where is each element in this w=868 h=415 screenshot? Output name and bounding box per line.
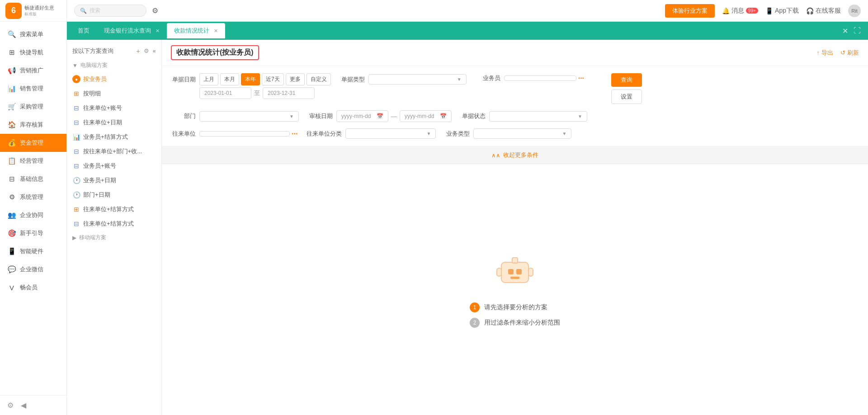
member-icon: V [7,283,16,292]
hardware-icon: 📱 [7,247,16,256]
sidebar-item-basic[interactable]: ⊟ 基础信息 [0,170,66,188]
collapse-sidebar-icon[interactable]: ◀ [21,401,26,410]
tab-collection-close[interactable]: ✕ [214,28,218,34]
period-this-year[interactable]: 本年 [241,73,260,85]
user-avatar[interactable]: Rit [848,5,861,17]
dept-label: 部门 [171,112,196,120]
table3-icon: ⊟ [72,147,80,156]
settings-button[interactable]: 设置 [611,90,642,104]
sidebar-item-quicknav[interactable]: ⊞ 快捷导航 [0,43,66,61]
date-to-input[interactable]: 2023-12-31 [263,87,315,99]
sidebar-item-member[interactable]: V 畅会员 [0,278,66,297]
tree-item-salesman-settle[interactable]: 📊 业务员+结算方式 [67,130,161,144]
sidebar-item-marketing[interactable]: 📢 营销推广 [0,61,66,80]
system-icon: ⚙ [7,193,16,202]
period-buttons: 上月 本月 本年 近7天 更多 自定义 [199,73,331,85]
biz-type-select[interactable]: ▼ [473,128,571,139]
filter-row-2: 部门 ▼ 审核日期 yyyy-mm-dd 📅 [171,110,859,122]
online-service-btn[interactable]: 🎧 在线客服 [806,7,841,15]
tree-item-dept-date[interactable]: 🕐 部门+日期 [67,188,161,202]
period-this-month[interactable]: 本月 [220,73,239,85]
chart-icon: 📊 [72,133,80,141]
sidebar-item-system[interactable]: ⚙ 系统管理 [0,188,66,206]
tree-item-by-detail[interactable]: ⊞ 按明细 [67,86,161,101]
settings-scheme-icon[interactable]: ⚙ [144,47,149,55]
sidebar-item-operations[interactable]: 📋 经营管理 [0,152,66,170]
trial-button[interactable]: 体验行业方案 [665,4,715,18]
refresh-button[interactable]: ↺ 刷新 [840,49,859,57]
empty-step-1: 1 请先选择要分析的方案 [470,302,560,312]
salesman-more-icon[interactable]: ··· [578,74,584,82]
tree-section-mobile[interactable]: ▶ 移动端方案 [67,231,161,244]
sidebar-item-inventory[interactable]: 🏠 库存核算 [0,116,66,134]
doc-type-select[interactable]: ▼ [368,74,467,85]
table5-icon: ⊟ [72,220,80,228]
sidebar-item-enterprise[interactable]: 👥 企业协同 [0,206,66,224]
tab-collection[interactable]: 收款情况统计 ✕ [167,23,225,38]
tree-item-partner-settle2[interactable]: ⊟ 往来单位+结算方式 [67,217,161,231]
period-prev-month[interactable]: 上月 [199,73,218,85]
topbar-settings-icon[interactable]: ⚙ [152,6,158,15]
collapse-panel-icon[interactable]: « [153,47,156,55]
doc-status-chevron-icon: ▼ [578,114,582,119]
query-button[interactable]: 查询 [611,73,642,87]
dept-select[interactable]: ▼ [199,111,299,122]
sidebar-item-finance[interactable]: 💰 资金管理 [0,134,66,152]
period-7days[interactable]: 近7天 [262,73,284,85]
settings-bottom-icon[interactable]: ⚙ [7,401,14,410]
tree-item-salesman-account[interactable]: ⊟ 业务员+账号 [67,159,161,173]
basic-icon: ⊟ [7,174,16,184]
topbar-search-box[interactable]: 🔍 搜索 [74,5,146,17]
audit-date-range: yyyy-mm-dd 📅 — yyyy-mm-dd 📅 [336,110,452,122]
tab-bank-close[interactable]: ✕ [156,28,160,34]
partner-more-icon[interactable]: ··· [292,130,297,138]
add-scheme-icon[interactable]: + [137,47,140,55]
salesman-select[interactable] [504,75,576,81]
tree-item-partner-dept[interactable]: ⊟ 按往来单位+部门+收... [67,144,161,159]
sidebar-item-sales[interactable]: 📊 销售管理 [0,80,66,98]
period-custom[interactable]: 自定义 [307,73,331,85]
tree-item-by-salesman[interactable]: ● 按业务员 [67,72,161,86]
empty-step-2: 2 用过滤条件来缩小分析范围 [470,318,560,328]
sidebar-item-hardware[interactable]: 📱 智能硬件 [0,242,66,260]
period-more[interactable]: 更多 [286,73,305,85]
tree-item-partner-date[interactable]: ⊟ 往来单位+日期 [67,115,161,130]
tab-home[interactable]: 首页 [71,23,97,38]
notifications-btn[interactable]: 🔔 消息 99+ [722,7,758,15]
sidebar-item-wechat[interactable]: 💬 企业微信 [0,260,66,278]
wechat-icon: 💬 [7,265,16,274]
audit-from-input[interactable]: yyyy-mm-dd 📅 [336,110,388,122]
sidebar-item-purchase[interactable]: 🛒 采购管理 [0,98,66,116]
export-button[interactable]: ↑ 导出 [817,49,834,57]
partner-input-group: ··· [199,130,297,138]
calendar-from-icon[interactable]: 📅 [377,113,383,119]
audit-to-input[interactable]: yyyy-mm-dd 📅 [400,110,452,122]
tree-item-salesman-date[interactable]: 🕐 业务员+日期 [67,173,161,188]
tree-item-partner-settle1[interactable]: ⊞ 往来单位+结算方式 [67,202,161,217]
tree-section-desktop[interactable]: ▼ 电脑端方案 [67,59,161,72]
doc-status-select[interactable]: ▼ [489,111,587,122]
filter-area: 单据日期 上月 本月 本年 近7天 更多 自定义 [162,66,868,146]
sidebar-item-guide[interactable]: 🎯 新手引导 [0,224,66,242]
partner-select[interactable] [199,131,290,137]
inventory-icon: 🏠 [7,120,16,129]
marketing-icon: 📢 [7,66,16,75]
date-from-input[interactable]: 2023-01-01 [199,87,251,99]
partner-type-select[interactable]: ▼ [345,128,436,139]
page-header: 收款情况统计(按业务员) ↑ 导出 ↺ 刷新 [162,40,868,66]
tree-item-partner-account[interactable]: ⊟ 往来单位+账号 [67,101,161,115]
app-download-btn[interactable]: 📱 App下载 [765,7,799,15]
refresh-icon: ↺ [840,49,845,56]
page-title: 收款情况统计(按业务员) [176,48,254,56]
step-2-num: 2 [470,318,480,328]
sidebar-item-search[interactable]: 🔍 搜索菜单 [0,25,66,43]
calendar-to-icon[interactable]: 📅 [440,113,447,119]
table4-icon: ⊟ [72,162,80,170]
window-close-icon[interactable]: ✕ [842,27,848,35]
tab-bank[interactable]: 现金银行流水查询 ✕ [97,23,167,38]
sidebar: 6 畅捷通好生意 标准版 🔍 搜索菜单 ⊞ 快捷导航 📢 营销推广 📊 销售管理… [0,0,67,415]
window-maximize-icon[interactable]: ⛶ [854,27,861,35]
section-arrow-icon: ▼ [72,62,78,69]
collapse-bar[interactable]: ∧∧ 收起更多条件 [162,146,868,164]
svg-rect-1 [508,269,514,274]
